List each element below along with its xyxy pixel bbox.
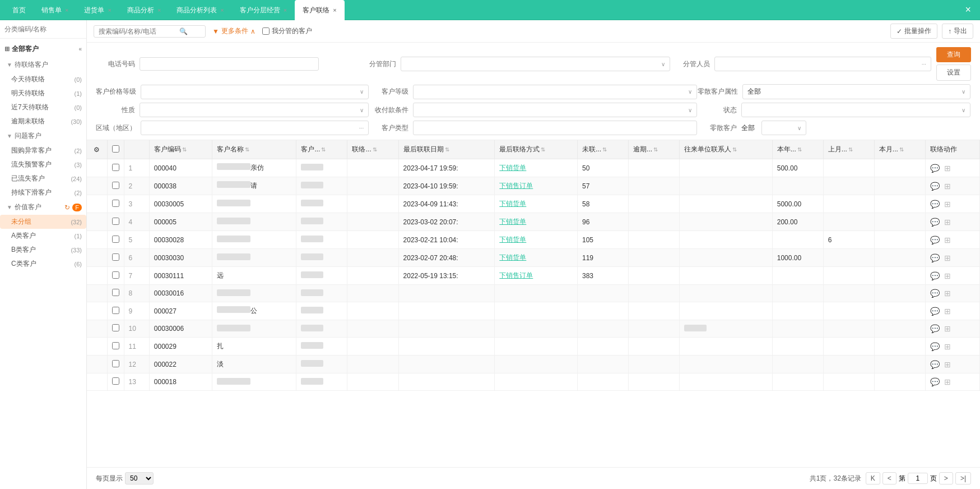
search-input[interactable] xyxy=(99,27,177,35)
sidebar-group-value[interactable]: ▼ 价值客户 ↻ F xyxy=(0,200,86,215)
sidebar-item-overdue-contact[interactable]: 逾期未联络 (30) xyxy=(0,114,86,128)
column-last-contact-way[interactable]: 最后联络方式⇅ xyxy=(495,140,578,159)
sidebar-item-today[interactable]: 今天待联络 (0) xyxy=(0,72,86,86)
column-name[interactable]: 客户名称⇅ xyxy=(212,140,296,159)
more-icon-10[interactable]: ⊞ xyxy=(944,342,951,351)
close-customer-tier[interactable]: × xyxy=(284,0,287,20)
more-icon-5[interactable]: ⊞ xyxy=(944,253,951,262)
row-checkbox-0[interactable] xyxy=(112,164,119,171)
chat-icon-5[interactable]: 💬 xyxy=(930,253,940,262)
row-checkbox-7[interactable] xyxy=(112,289,119,296)
more-icon-2[interactable]: ⊞ xyxy=(944,200,951,209)
row-checkbox-1[interactable] xyxy=(112,182,119,189)
phone-input[interactable] xyxy=(140,57,319,71)
more-icon-6[interactable]: ⊞ xyxy=(944,271,951,280)
sidebar-item-ungrouped[interactable]: 未分组 (32) xyxy=(0,215,86,229)
column-company-contact[interactable]: 往来单位联系人⇅ xyxy=(680,140,773,159)
last-page-button[interactable]: >| xyxy=(955,472,971,485)
chat-icon-2[interactable]: 💬 xyxy=(930,200,940,209)
sidebar-item-7days[interactable]: 近7天待联络 (0) xyxy=(0,100,86,114)
chat-icon-10[interactable]: 💬 xyxy=(930,342,940,351)
row-checkbox-10[interactable] xyxy=(112,342,119,349)
batch-op-button[interactable]: ✓ 批量操作 xyxy=(890,24,937,39)
nav-product-analysis-list[interactable]: 商品分析列表 × xyxy=(169,0,231,20)
query-button[interactable]: 查询 xyxy=(936,47,971,62)
column-code[interactable]: 客户编码⇅ xyxy=(149,140,212,159)
nav-purchase-order[interactable]: 进货单 × xyxy=(76,0,119,20)
customer-type-select[interactable] xyxy=(413,121,697,135)
chat-icon-11[interactable]: 💬 xyxy=(930,360,940,369)
close-customer-contact[interactable]: × xyxy=(333,0,336,20)
nav-sales-order[interactable]: 销售单 × xyxy=(34,0,76,20)
price-level-select[interactable]: ∨ xyxy=(141,85,369,99)
retail-attr-select[interactable]: 全部 ∨ xyxy=(742,84,970,99)
sidebar-item-class-c[interactable]: C类客户 (6) xyxy=(0,257,86,271)
region-select[interactable]: ··· xyxy=(141,121,369,135)
status-select[interactable]: ∨ xyxy=(741,103,970,117)
dept-select[interactable]: ∨ xyxy=(401,57,670,71)
more-icon-1[interactable]: ⊞ xyxy=(944,182,951,191)
retail-customer-select[interactable]: ∨ xyxy=(761,121,806,135)
search-icon[interactable]: 🔍 xyxy=(179,27,188,35)
more-icon-11[interactable]: ⊞ xyxy=(944,360,951,369)
row-checkbox-8[interactable] xyxy=(112,307,119,314)
my-customers-checkbox[interactable] xyxy=(262,27,270,35)
sidebar-item-abnormal[interactable]: 囤购异常客户 (2) xyxy=(0,144,86,158)
chat-icon-7[interactable]: 💬 xyxy=(930,289,940,298)
page-number-input[interactable] xyxy=(908,473,928,484)
row-checkbox-12[interactable] xyxy=(112,377,119,385)
staff-select[interactable]: ··· xyxy=(714,57,931,71)
column-settings[interactable]: ⚙ xyxy=(87,140,107,159)
nav-customer-tier[interactable]: 客户分层经营 × xyxy=(232,0,295,20)
more-icon-8[interactable]: ⊞ xyxy=(944,307,951,316)
sidebar-search-input[interactable] xyxy=(4,25,87,33)
row-checkbox-3[interactable] xyxy=(112,218,119,225)
nav-product-analysis[interactable]: 商品分析 × xyxy=(119,0,169,20)
prev-page-button[interactable]: < xyxy=(883,472,897,485)
chat-icon-3[interactable]: 💬 xyxy=(930,218,940,227)
close-product-analysis[interactable]: × xyxy=(157,0,161,20)
payment-select[interactable]: ∨ xyxy=(413,103,697,117)
more-icon-9[interactable]: ⊞ xyxy=(944,324,951,333)
column-this-year[interactable]: 本年...⇅ xyxy=(772,140,823,159)
more-icon-12[interactable]: ⊞ xyxy=(944,377,951,386)
more-icon-4[interactable]: ⊞ xyxy=(944,236,951,245)
row-checkbox-2[interactable] xyxy=(112,200,119,207)
select-all-checkbox[interactable] xyxy=(112,145,119,153)
row-checkbox-5[interactable] xyxy=(112,253,119,261)
sidebar-item-declining[interactable]: 持续下滑客户 (2) xyxy=(0,186,86,200)
column-overdue[interactable]: 逾期...⇅ xyxy=(629,140,680,159)
sidebar-item-class-a[interactable]: A类客户 (1) xyxy=(0,229,86,243)
nav-home[interactable]: 首页 xyxy=(4,0,34,20)
chat-icon-1[interactable]: 💬 xyxy=(930,182,940,191)
reset-button[interactable]: 设置 xyxy=(936,64,971,81)
sidebar-item-tomorrow[interactable]: 明天待联络 (1) xyxy=(0,86,86,100)
column-type[interactable]: 客户...⇅ xyxy=(296,140,347,159)
column-no-contact[interactable]: 未联...⇅ xyxy=(578,140,629,159)
my-customers-toggle[interactable]: 我分管的客户 xyxy=(262,26,312,36)
row-checkbox-9[interactable] xyxy=(112,324,119,331)
per-page-select[interactable]: 50 100 200 xyxy=(125,472,154,485)
customer-level-select[interactable]: ∨ xyxy=(413,85,697,99)
sidebar-item-class-b[interactable]: B类客户 (33) xyxy=(0,243,86,257)
sidebar-item-lost[interactable]: 已流失客户 (24) xyxy=(0,172,86,186)
more-conditions-btn[interactable]: ▼ 更多条件 ∧ xyxy=(212,26,256,36)
column-last-contact-date[interactable]: 最后联联日期⇅ xyxy=(398,140,495,159)
nature-select[interactable]: ∨ xyxy=(140,103,369,117)
column-this-month[interactable]: 本月...⇅ xyxy=(874,140,925,159)
chat-icon-9[interactable]: 💬 xyxy=(930,324,940,333)
chat-icon-4[interactable]: 💬 xyxy=(930,236,940,245)
first-page-button[interactable]: K xyxy=(866,472,880,485)
row-checkbox-6[interactable] xyxy=(112,271,119,279)
chat-icon-6[interactable]: 💬 xyxy=(930,271,940,280)
chat-icon-8[interactable]: 💬 xyxy=(930,307,940,316)
sidebar-item-loss-warning[interactable]: 流失预警客户 (3) xyxy=(0,158,86,172)
chat-icon-0[interactable]: 💬 xyxy=(930,164,940,173)
sidebar-group-problem[interactable]: ▼ 问题客户 xyxy=(0,128,86,144)
nav-customer-contact[interactable]: 客户联络 × xyxy=(295,0,344,20)
next-page-button[interactable]: > xyxy=(939,472,953,485)
column-checkbox[interactable] xyxy=(107,140,124,159)
window-close-button[interactable]: × xyxy=(960,4,976,16)
sidebar-group-pending[interactable]: ▼ 待联络客户 xyxy=(0,57,86,72)
refresh-icon[interactable]: ↻ xyxy=(64,204,70,211)
